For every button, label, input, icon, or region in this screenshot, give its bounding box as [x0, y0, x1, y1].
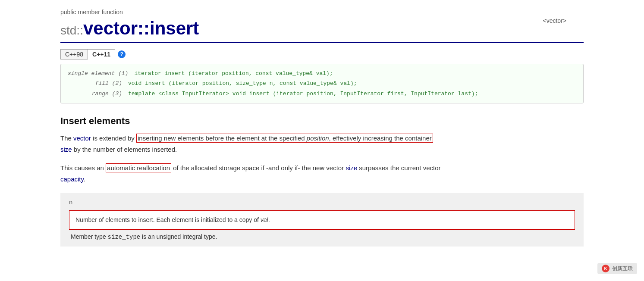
para1-end: by the number of elements inserted.: [72, 146, 177, 153]
para2-middle: of the allocated storage space if -and o…: [171, 164, 346, 172]
size-type-mono: size_type: [108, 234, 141, 240]
code-content-single: iterator insert (iterator position, cons…: [134, 69, 333, 78]
help-icon[interactable]: ?: [118, 50, 126, 58]
tab-cpp98[interactable]: C++98: [60, 49, 88, 59]
param-desc-end: .: [268, 216, 270, 223]
param-type-note: Member type size_type is an unsigned int…: [69, 233, 575, 240]
param-desc-box: Number of elements to insert. Each eleme…: [69, 210, 575, 229]
para2-final: .: [84, 175, 85, 183]
section-title: Insert elements: [60, 116, 584, 127]
param-name: n: [69, 199, 575, 206]
code-block: single element (1) iterator insert (iter…: [60, 64, 584, 103]
paragraph-1: The vector is extended by inserting new …: [60, 133, 584, 155]
param-desc-text: Number of elements to insert. Each eleme…: [75, 216, 261, 223]
code-row-fill: fill (2) void insert (iterator position,…: [68, 78, 576, 88]
tab-cpp11[interactable]: C++11: [88, 49, 115, 59]
code-content-fill: void insert (iterator position, size_typ…: [128, 78, 357, 88]
code-label-single: single element (1): [68, 69, 134, 78]
code-row-range: range (3) template <class InputIterator>…: [68, 89, 576, 99]
page-title: std::vector::insert: [60, 18, 584, 43]
watermark: K 创新互联: [597, 263, 637, 264]
code-label-range: range (3): [68, 89, 128, 99]
para2-end: surpasses the current vector: [357, 164, 440, 172]
para1-before-link: The: [60, 134, 73, 142]
type-note-suffix: is an unsigned integral type.: [140, 233, 217, 240]
para2-start: This causes an: [60, 164, 106, 172]
code-row-single: single element (1) iterator insert (iter…: [68, 69, 576, 78]
param-section: n Number of elements to insert. Each ele…: [60, 193, 584, 246]
size-link-1[interactable]: size: [60, 146, 72, 153]
vector-link[interactable]: vector: [73, 134, 91, 142]
title-main: vector::insert: [83, 18, 199, 38]
code-label-fill: fill (2): [68, 78, 128, 88]
member-type-label: public member function: [60, 9, 584, 16]
tab-bar: C++98 C++11 ?: [60, 49, 584, 59]
para2-highlight: automatic reallocation: [106, 163, 171, 172]
size-link-2[interactable]: size: [346, 164, 357, 172]
title-prefix: std::: [60, 24, 83, 37]
capacity-link[interactable]: capacity: [60, 175, 84, 183]
vector-nav: <vector>: [543, 17, 566, 24]
code-content-range: template <class InputIterator> void inse…: [128, 89, 478, 99]
param-val-italic: val: [261, 216, 268, 223]
position-term: position: [307, 134, 329, 142]
type-note-prefix: Member type: [71, 233, 108, 240]
para1-highlight: inserting new elements before the elemen…: [136, 134, 433, 143]
paragraph-2: This causes an automatic reallocation of…: [60, 162, 584, 184]
